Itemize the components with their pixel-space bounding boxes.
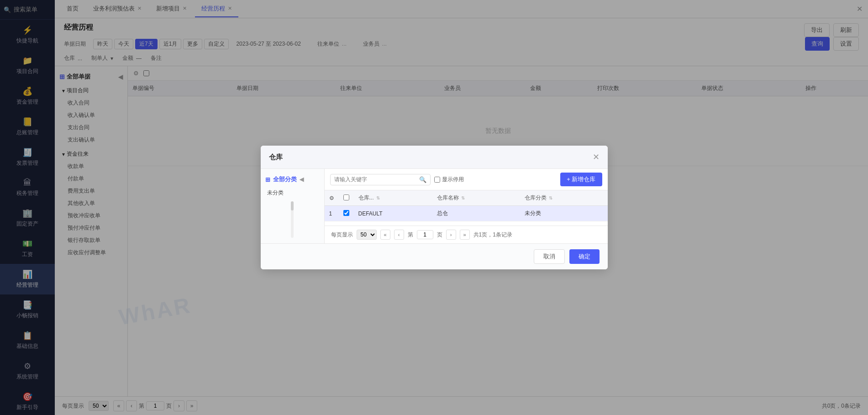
grid-icon-modal: ⊞ [265, 176, 270, 183]
th-category: 仓库分类 ⇅ [520, 190, 608, 206]
row-checkbox [339, 206, 354, 221]
th-code-label: 仓库... [358, 194, 374, 201]
show-disabled-check[interactable] [434, 177, 440, 183]
modal-overlay: 仓库 ✕ ⊞ 全部分类 ◀ 未分类 [0, 0, 868, 415]
modal-table-wrap: ⚙ 仓库... ⇅ 仓库名称 [325, 190, 608, 226]
th-checkbox [339, 190, 354, 206]
th-settings: ⚙ [325, 190, 339, 206]
modal-right-panel: 🔍 显示停用 + 新增仓库 ⚙ [325, 169, 608, 243]
modal-confirm-btn[interactable]: 确定 [569, 249, 600, 264]
modal-header: 仓库 ✕ [261, 146, 608, 169]
th-name-label: 仓库名称 [437, 194, 459, 201]
modal-page-prefix: 第 [408, 231, 413, 239]
modal-next-page[interactable]: › [446, 230, 456, 240]
modal-left-unclassified[interactable]: 未分类 [261, 186, 324, 200]
modal-select-all[interactable] [343, 194, 349, 200]
row-category: 未分类 [520, 206, 608, 221]
scroll-thumb [291, 201, 294, 210]
modal-prev-page[interactable]: ‹ [394, 230, 404, 240]
warehouse-modal: 仓库 ✕ ⊞ 全部分类 ◀ 未分类 [261, 146, 608, 269]
scroll-bar [291, 201, 294, 238]
th-code: 仓库... ⇅ [354, 190, 432, 206]
row-name: 总仓 [432, 206, 520, 221]
modal-body: ⊞ 全部分类 ◀ 未分类 🔍 [261, 169, 608, 243]
sort-icon-name[interactable]: ⇅ [461, 195, 465, 200]
modal-per-page-label: 每页显示 [331, 231, 353, 239]
row-index: 1 [325, 206, 339, 221]
table-row[interactable]: 1 DEFAULT 总仓 未分类 [325, 206, 608, 221]
row-check[interactable] [343, 210, 349, 216]
modal-per-page-select[interactable]: 50 [357, 230, 377, 240]
modal-table: ⚙ 仓库... ⇅ 仓库名称 [325, 190, 608, 221]
modal-page-input[interactable] [417, 230, 433, 239]
modal-title: 仓库 [269, 153, 283, 162]
th-category-label: 仓库分类 [525, 194, 547, 201]
add-warehouse-btn[interactable]: + 新增仓库 [560, 173, 602, 186]
search-box: 🔍 [330, 174, 431, 185]
modal-toolbar: 🔍 显示停用 + 新增仓库 [325, 169, 608, 190]
modal-actions: 取消 确定 [261, 243, 608, 269]
modal-total-info: 共1页，1条记录 [473, 231, 512, 239]
th-name: 仓库名称 ⇅ [432, 190, 520, 206]
modal-page-label: 页 [437, 231, 442, 239]
modal-close-btn[interactable]: ✕ [593, 152, 600, 162]
modal-cancel-btn[interactable]: 取消 [534, 249, 565, 264]
warehouse-search-input[interactable] [334, 176, 416, 183]
show-disabled-checkbox[interactable]: 显示停用 [434, 176, 464, 184]
modal-first-page[interactable]: « [380, 230, 390, 240]
search-icon-modal[interactable]: 🔍 [419, 176, 426, 183]
modal-left-header[interactable]: ⊞ 全部分类 ◀ [261, 173, 324, 186]
modal-footer-pagination: 每页显示 50 « ‹ 第 页 › » 共1页，1条记录 [325, 226, 608, 243]
sort-icon-category[interactable]: ⇅ [549, 195, 552, 200]
show-disabled-label: 显示停用 [442, 176, 464, 184]
modal-last-page[interactable]: » [460, 230, 470, 240]
settings-icon-th[interactable]: ⚙ [329, 195, 334, 201]
sort-icon-code[interactable]: ⇅ [376, 195, 380, 200]
all-category-label: 全部分类 [273, 175, 297, 184]
modal-left-panel: ⊞ 全部分类 ◀ 未分类 [261, 169, 325, 243]
row-code: DEFAULT [354, 206, 432, 221]
left-panel-collapse[interactable]: ◀ [300, 176, 304, 183]
